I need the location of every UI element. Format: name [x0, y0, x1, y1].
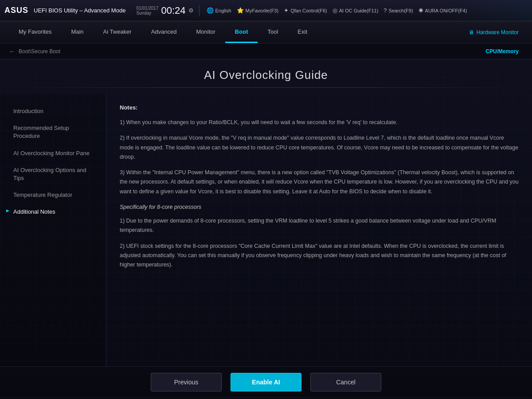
- time-section: 01/01/2017 Sunday 00:24 ⚙: [136, 5, 199, 16]
- sidebar-item-temperature[interactable]: Temperature Regulator: [0, 187, 106, 203]
- qfan-label: Qfan Control(F6): [290, 8, 327, 13]
- back-arrow-icon[interactable]: ←: [9, 48, 15, 55]
- aura-btn[interactable]: ✺ AURA ON/OFF(F4): [419, 7, 467, 14]
- nav-my-favorites[interactable]: My Favorites: [9, 21, 61, 43]
- page-title-bar: AI Overclocking Guide: [0, 59, 532, 94]
- date-display: 01/01/2017: [136, 6, 158, 11]
- sidebar-label-recommended: Recommended Setup Procedure: [13, 124, 97, 140]
- aioc-btn[interactable]: ◎ AI OC Guide(F11): [332, 7, 379, 14]
- content-area: Introduction Recommended Setup Procedure…: [0, 94, 532, 366]
- search-label: Search(F9): [389, 8, 413, 13]
- breadcrumb-bar: ← Boot\Secure Boot CPU/Memory: [0, 43, 532, 59]
- nav-right: 🖥 Hardware Monitor: [464, 21, 523, 43]
- cpu-memory-badge: CPU/Memory: [485, 48, 519, 55]
- settings-icon[interactable]: ⚙: [188, 7, 194, 14]
- search-btn[interactable]: ? Search(F9): [383, 7, 413, 14]
- ai-icon: ◎: [332, 7, 337, 14]
- text-panel: Notes: 1) When you make changes to your …: [106, 94, 532, 366]
- main-content: AI Overclocking Guide Introduction Recom…: [0, 59, 532, 366]
- subheading-8core: Specifically for 8-core processors: [120, 203, 519, 212]
- date-info: 01/01/2017 Sunday: [136, 6, 158, 16]
- sidebar-label-options-tips: AI Overclocking Options and Tips: [13, 166, 97, 182]
- nav-advanced[interactable]: Advanced: [141, 21, 187, 43]
- notes-heading: Notes:: [120, 103, 519, 113]
- asus-logo: ASUS: [4, 6, 28, 15]
- myfavorites-btn[interactable]: ⭐ MyFavorite(F3): [237, 7, 279, 14]
- hardware-monitor-label: Hardware Monitor: [477, 29, 519, 35]
- time-display: 00:24: [161, 5, 185, 16]
- aura-icon: ✺: [419, 7, 423, 14]
- previous-button[interactable]: Previous: [151, 373, 222, 391]
- breadcrumb: Boot\Secure Boot: [19, 48, 60, 55]
- aioc-label: AI OC Guide(F11): [339, 8, 379, 13]
- paragraph-2: 2) If overclocking in manual Vcore mode,…: [120, 133, 519, 162]
- sidebar-item-options-tips[interactable]: AI Overclocking Options and Tips: [0, 162, 106, 187]
- aura-label: AURA ON/OFF(F4): [425, 8, 467, 13]
- sidebar-item-recommended[interactable]: Recommended Setup Procedure: [0, 120, 106, 145]
- search-icon: ?: [383, 7, 387, 14]
- nav-exit[interactable]: Exit: [288, 21, 317, 43]
- day-display: Sunday: [136, 11, 158, 16]
- monitor-icon: 🖥: [469, 29, 474, 35]
- sidebar-label-additional-notes: Additional Notes: [13, 208, 55, 216]
- enable-ai-button[interactable]: Enable AI: [231, 373, 301, 391]
- cancel-button[interactable]: Cancel: [310, 373, 381, 391]
- bios-title: UEFI BIOS Utility – Advanced Mode: [34, 7, 125, 14]
- myfavorites-label: MyFavorite(F3): [246, 8, 279, 13]
- sidebar-item-monitor-pane[interactable]: AI Overclocking Monitor Pane: [0, 145, 106, 162]
- nav-ai-tweaker[interactable]: Ai Tweaker: [94, 21, 141, 43]
- sidebar-label-monitor-pane: AI Overclocking Monitor Pane: [13, 149, 90, 157]
- nav-tool[interactable]: Tool: [258, 21, 288, 43]
- sidebar: Introduction Recommended Setup Procedure…: [0, 94, 106, 366]
- sidebar-label-temperature: Temperature Regulator: [13, 191, 72, 199]
- nav-boot[interactable]: Boot: [225, 21, 258, 43]
- title-divider: [9, 87, 523, 88]
- language-label: English: [215, 8, 231, 13]
- favorites-icon: ⭐: [237, 7, 244, 14]
- header-bar: ASUS UEFI BIOS Utility – Advanced Mode 0…: [0, 0, 532, 21]
- nav-bar: My Favorites Main Ai Tweaker Advanced Mo…: [0, 21, 532, 43]
- nav-main[interactable]: Main: [61, 21, 93, 43]
- bottom-bar: Previous Enable AI Cancel: [0, 366, 532, 397]
- hardware-monitor-btn[interactable]: 🖥 Hardware Monitor: [464, 29, 523, 35]
- paragraph-5: 2) UEFI stock settings for the 8-core pr…: [120, 242, 519, 270]
- paragraph-3: 3) Within the "Internal CPU Power Manage…: [120, 168, 519, 196]
- globe-icon: 🌐: [207, 7, 214, 14]
- footer-bar: Version 2.20.1271. Copyright (C) 2018 Am…: [0, 397, 532, 399]
- paragraph-4: 1) Due to the power demands of 8-core pr…: [120, 216, 519, 235]
- fan-icon: ✦: [284, 7, 289, 14]
- sidebar-item-introduction[interactable]: Introduction: [0, 103, 106, 120]
- top-buttons: 🌐 English ⭐ MyFavorite(F3) ✦ Qfan Contro…: [207, 7, 528, 14]
- page-title: AI Overclocking Guide: [0, 68, 532, 82]
- language-btn[interactable]: 🌐 English: [207, 7, 231, 14]
- paragraph-1: 1) When you make changes to your Ratio/B…: [120, 118, 519, 127]
- sidebar-label-introduction: Introduction: [13, 107, 43, 115]
- sidebar-item-additional-notes[interactable]: Additional Notes: [0, 203, 106, 220]
- nav-monitor[interactable]: Monitor: [187, 21, 225, 43]
- qfan-btn[interactable]: ✦ Qfan Control(F6): [284, 7, 327, 14]
